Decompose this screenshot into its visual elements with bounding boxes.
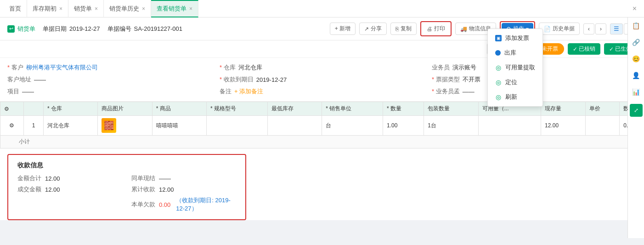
doc-title-text: 销货单: [17, 25, 35, 33]
print-button[interactable]: 🖨 打印: [422, 23, 450, 34]
payment-date-value[interactable]: 2019-12-27: [256, 76, 287, 83]
tab-inventory-close[interactable]: ×: [59, 6, 62, 12]
cell-min-stock: [267, 116, 322, 136]
project-value: ——: [22, 88, 34, 95]
salesperson2-label: 业务员孟: [432, 87, 460, 96]
summary-total-received-value: 12.00: [159, 186, 174, 193]
tab-bar-close[interactable]: ×: [633, 5, 640, 13]
tab-sales-close[interactable]: ×: [95, 6, 98, 12]
sidebar-chart-icon[interactable]: 📊: [632, 87, 641, 97]
menu-item-add-invoice[interactable]: ▣ 添加发票: [488, 31, 542, 46]
checked-icon: ✓: [573, 46, 577, 52]
tab-sales-history-close[interactable]: ×: [142, 6, 145, 12]
add-invoice-label: 添加发票: [505, 34, 529, 42]
add-remark-btn[interactable]: + 添加备注: [234, 87, 263, 96]
tab-home[interactable]: 首页: [4, 0, 27, 17]
tab-sales-label: 销货单: [74, 5, 92, 13]
menu-item-available[interactable]: ◎ 可用量提取: [488, 60, 542, 75]
share-button[interactable]: ↗ 分享: [359, 23, 387, 35]
tab-sales-history-label: 销货单历史: [109, 5, 139, 13]
doc-date-meta: 单据日期 2019-12-27: [43, 25, 100, 33]
customer-field: 客户 柳州粤港平安气体有限公司: [7, 63, 212, 72]
not-open-label: 未开票: [542, 45, 558, 53]
form-area: 客户 柳州粤港平安气体有限公司 仓库 河北仓库 业务员 演示账号 客户地址 ——…: [0, 58, 644, 102]
col-qty: * 数量: [383, 102, 424, 116]
customer-label: 客户: [7, 63, 23, 72]
out-warehouse-label: 出库: [504, 49, 516, 57]
summary-deal-value: 12.00: [45, 186, 60, 193]
sidebar-expand-icon[interactable]: ⤢: [630, 104, 643, 117]
sidebar-link-icon[interactable]: 🔗: [632, 38, 641, 47]
tab-bar: 首页 库存期初 × 销货单 × 销货单历史 × 查看销货单 × ×: [0, 0, 644, 17]
tab-sales-history[interactable]: 销货单历史 ×: [104, 0, 151, 17]
warehouse-label: 仓库: [220, 63, 236, 72]
out-warehouse-icon: [495, 50, 501, 56]
col-image: 商品图片: [98, 102, 152, 116]
summary-total-received: 累计收款 12.00: [131, 185, 236, 194]
tab-view-sales[interactable]: 查看销货单 ×: [151, 0, 198, 17]
menu-item-refresh[interactable]: ◎ 刷新: [488, 90, 542, 104]
project-label: 项目: [7, 87, 19, 96]
tab-inventory[interactable]: 库存期初 ×: [27, 0, 68, 17]
col-unit: * 销售单位: [322, 102, 383, 116]
salesperson-label: 业务员: [432, 63, 450, 72]
tab-view-sales-label: 查看销货单: [157, 5, 186, 13]
copy-button[interactable]: ⎘ 复制: [390, 23, 417, 35]
cell-warehouse: 河北仓库: [44, 116, 98, 136]
cell-price: [585, 116, 620, 136]
col-gear: ⚙: [0, 102, 24, 116]
table-row: ⚙ 1 河北仓库 🧱 嘻嘻嘻嘻 台: [0, 116, 644, 136]
col-price: 单价: [585, 102, 620, 116]
effective-icon: ✓: [609, 46, 614, 52]
new-button[interactable]: + 新增: [330, 23, 356, 35]
customer-value[interactable]: 柳州粤港平安气体有限公司: [26, 63, 98, 72]
dropdown-menu: ▣ 添加发票 出库 ◎ 可用量提取 ◎ 定位 ◎ 刷新: [487, 28, 543, 107]
menu-item-out-warehouse[interactable]: 出库: [488, 46, 542, 60]
locate-icon: ◎: [495, 79, 502, 85]
checked-button[interactable]: ✓ 已核销: [568, 43, 600, 55]
history-icon: 📄: [544, 26, 551, 32]
tab-sales[interactable]: 销货单 ×: [68, 0, 104, 17]
print-label: 打印: [434, 25, 445, 33]
refresh-label: 刷新: [505, 93, 517, 101]
tab-inventory-label: 库存期初: [33, 5, 56, 13]
col-package-qty: 包装数量: [424, 102, 478, 116]
nav-arrows: ‹ ›: [583, 23, 606, 34]
doc-actions: + 新增 ↗ 分享 ⎘ 复制 🖨 打印: [330, 21, 637, 36]
summary-empty: [17, 196, 122, 213]
next-arrow[interactable]: ›: [595, 23, 606, 34]
sidebar-emoji-icon[interactable]: 😊: [632, 54, 641, 63]
invoice-type-value[interactable]: 不开票: [463, 75, 480, 84]
prev-arrow[interactable]: ‹: [583, 23, 594, 34]
toolbar-row: 📱 来自手机 ● 未开票 ✓ 已核销 ✓ 已生效: [0, 40, 644, 58]
remark-label: 备注: [220, 87, 232, 96]
cell-product: 嘻嘻嘻嘻: [152, 116, 206, 136]
menu-item-locate[interactable]: ◎ 定位: [488, 75, 542, 90]
sidebar-user-icon[interactable]: 👤: [632, 71, 641, 80]
history-button[interactable]: 📄 历史单据: [539, 23, 580, 35]
logistics-icon: 🚚: [460, 26, 467, 32]
refresh-icon: ◎: [495, 94, 502, 100]
col-product: * 商品: [152, 102, 206, 116]
sidebar-clipboard-icon[interactable]: 📋: [632, 21, 641, 30]
remark-field: 备注 + 添加备注: [220, 87, 424, 96]
doc-title-icon: ↩: [7, 25, 15, 33]
summary-owed-value: 0.00: [159, 201, 170, 208]
project-field: 项目 ——: [7, 87, 212, 96]
doc-date-label: 单据日期: [43, 25, 67, 33]
cell-available: [478, 116, 541, 136]
summary-total-value: 12.00: [45, 175, 60, 182]
payment-date-label: 收款到期日: [220, 75, 254, 84]
address-field: 客户地址 ——: [7, 75, 212, 84]
warehouse-value[interactable]: 河北仓库: [238, 63, 262, 72]
list-view-btn[interactable]: ☰: [610, 23, 623, 34]
doc-number-label: 单据编号: [107, 25, 131, 33]
share-icon: ↗: [364, 26, 369, 32]
cell-gear[interactable]: ⚙: [0, 116, 24, 136]
summary-total-label: 金额合计: [17, 174, 41, 182]
copy-icon: ⎘: [395, 26, 399, 32]
tab-view-sales-close[interactable]: ×: [189, 6, 192, 12]
doc-header: ↩ 销货单 单据日期 2019-12-27 单据编号 SA-20191227-0…: [0, 17, 644, 40]
checked-label: 已核销: [579, 45, 595, 53]
cell-row-num: 1: [23, 116, 43, 136]
